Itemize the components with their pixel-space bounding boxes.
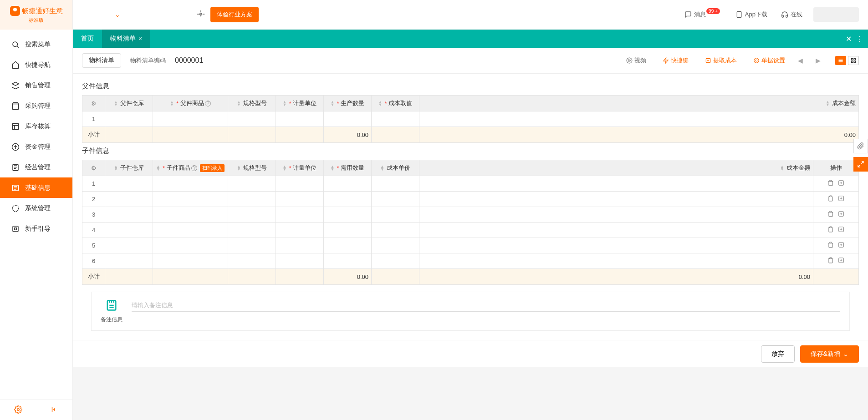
parent-th-cost-method[interactable]: ▲▼*成本取值 — [372, 96, 419, 111]
save-new-button[interactable]: 保存&新增 ⌄ — [800, 345, 859, 363]
cell-cost-amount[interactable] — [419, 207, 813, 223]
attach-icon[interactable] — [853, 139, 868, 153]
child-row[interactable]: 2 — [82, 192, 859, 207]
add-row-icon[interactable] — [838, 195, 844, 202]
cell-warehouse[interactable] — [105, 176, 153, 192]
nav-inventory[interactable]: 库存核算 — [0, 116, 72, 137]
cell-product[interactable] — [153, 253, 228, 269]
tab-home[interactable]: 首页 — [73, 30, 102, 48]
child-row[interactable]: 1 — [82, 176, 859, 192]
doc-settings-link[interactable]: 单据设置 — [753, 56, 785, 65]
child-th-unit[interactable]: ▲▼*计量单位 — [276, 160, 324, 176]
child-row[interactable]: 6 — [82, 253, 859, 269]
shortcut-link[interactable]: 快捷键 — [663, 56, 689, 65]
cell-spec[interactable] — [228, 238, 276, 253]
cell-spec[interactable] — [228, 223, 276, 238]
child-th-warehouse[interactable]: ▲▼子件仓库 — [105, 160, 153, 176]
cell-unit-cost[interactable] — [372, 238, 419, 253]
parent-th-unit[interactable]: ▲▼*计量单位 — [276, 96, 324, 111]
cell-warehouse[interactable] — [105, 238, 153, 253]
cell-qty[interactable] — [324, 238, 372, 253]
nav-operations[interactable]: 经营管理 — [0, 157, 72, 177]
cell-unit[interactable] — [276, 253, 324, 269]
company-settings-icon[interactable] — [197, 10, 205, 20]
cell-unit[interactable] — [276, 176, 324, 192]
nav-purchase[interactable]: 采购管理 — [0, 96, 72, 116]
tab-close-icon[interactable]: × — [138, 35, 142, 42]
cell-spec[interactable] — [228, 253, 276, 269]
cell-qty[interactable] — [324, 176, 372, 192]
cell-unit[interactable] — [276, 207, 324, 223]
parent-th-cost-amount[interactable]: ▲▼成本金额 — [419, 96, 859, 111]
view-list-button[interactable] — [835, 56, 846, 65]
cell-unit-cost[interactable] — [372, 253, 419, 269]
settings-icon[interactable] — [14, 405, 22, 415]
cell-unit[interactable] — [276, 111, 324, 127]
cell-warehouse[interactable] — [105, 111, 153, 127]
delete-row-icon[interactable] — [827, 180, 834, 186]
app-download-link[interactable]: App下载 — [735, 10, 767, 19]
child-th-cost-amount[interactable]: ▲▼成本金额 — [419, 160, 813, 176]
nav-system[interactable]: 系统管理 — [0, 198, 72, 218]
company-selector[interactable]: ⌄ — [82, 11, 191, 18]
extract-cost-link[interactable]: 提取成本 — [705, 56, 737, 65]
cell-unit-cost[interactable] — [372, 192, 419, 207]
child-th-unit-cost[interactable]: ▲▼成本单价 — [372, 160, 419, 176]
tab-bom[interactable]: 物料清单 × — [102, 30, 150, 48]
cell-spec[interactable] — [228, 111, 276, 127]
avatar-area[interactable] — [813, 7, 859, 22]
child-th-product[interactable]: ▲▼*子件商品?扫码录入 — [153, 160, 228, 176]
cell-cost-amount[interactable] — [419, 223, 813, 238]
cell-unit-cost[interactable] — [372, 176, 419, 192]
cell-qty[interactable] — [324, 192, 372, 207]
add-row-icon[interactable] — [838, 226, 844, 233]
nav-base-info[interactable]: 基础信息 — [0, 177, 72, 198]
cell-cost-amount[interactable] — [419, 253, 813, 269]
messages-link[interactable]: 消息 99 + — [684, 10, 722, 19]
parent-th-qty[interactable]: ▲▼*生产数量 — [324, 96, 372, 111]
nav-search-menu[interactable]: 搜索菜单 — [0, 34, 72, 55]
cell-product[interactable] — [153, 192, 228, 207]
collapse-icon[interactable] — [50, 405, 58, 415]
expand-icon[interactable] — [853, 157, 868, 172]
discard-button[interactable]: 放弃 — [761, 345, 795, 363]
parent-row[interactable]: 1 — [82, 111, 859, 127]
delete-row-icon[interactable] — [827, 195, 834, 202]
cell-unit-cost[interactable] — [372, 223, 419, 238]
cell-cost-amount[interactable] — [419, 176, 813, 192]
cell-warehouse[interactable] — [105, 192, 153, 207]
delete-row-icon[interactable] — [827, 211, 834, 217]
add-row-icon[interactable] — [838, 180, 844, 186]
add-row-icon[interactable] — [838, 257, 844, 263]
cell-cost-method[interactable] — [372, 111, 419, 127]
add-row-icon[interactable] — [838, 242, 844, 248]
cell-qty[interactable] — [324, 207, 372, 223]
cell-spec[interactable] — [228, 176, 276, 192]
prev-doc-icon[interactable]: ◀ — [798, 57, 803, 64]
parent-th-product[interactable]: ▲▼*父件商品? — [153, 96, 228, 111]
parent-th-config[interactable]: ⚙ — [82, 96, 105, 111]
child-row[interactable]: 4 — [82, 223, 859, 238]
cell-warehouse[interactable] — [105, 207, 153, 223]
cell-unit[interactable] — [276, 192, 324, 207]
cell-qty[interactable] — [324, 111, 372, 127]
cell-spec[interactable] — [228, 207, 276, 223]
child-row[interactable]: 5 — [82, 238, 859, 253]
page-title-tab[interactable]: 物料清单 — [82, 53, 121, 68]
tabs-more-icon[interactable]: ⋮ — [856, 35, 863, 43]
cell-product[interactable] — [153, 223, 228, 238]
add-row-icon[interactable] — [838, 211, 844, 217]
cell-unit-cost[interactable] — [372, 207, 419, 223]
child-th-qty[interactable]: ▲▼*需用数量 — [324, 160, 372, 176]
cell-product[interactable] — [153, 238, 228, 253]
cell-unit[interactable] — [276, 238, 324, 253]
cell-cost-amount[interactable] — [419, 111, 859, 127]
scan-badge[interactable]: 扫码录入 — [200, 164, 225, 172]
close-all-icon[interactable]: ✕ — [846, 35, 852, 43]
remarks-input[interactable] — [132, 299, 840, 312]
cell-product[interactable] — [153, 207, 228, 223]
child-th-config[interactable]: ⚙ — [82, 160, 105, 176]
nav-funds[interactable]: 资金管理 — [0, 137, 72, 157]
cell-cost-amount[interactable] — [419, 192, 813, 207]
delete-row-icon[interactable] — [827, 242, 834, 248]
